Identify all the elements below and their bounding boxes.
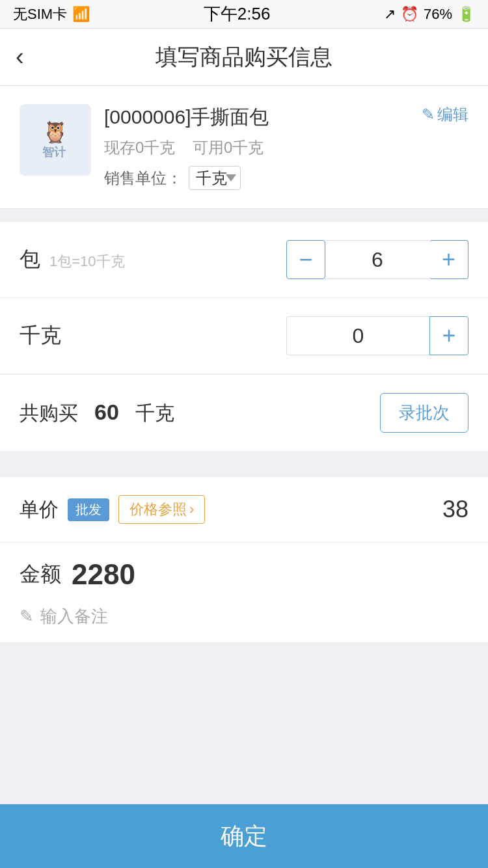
nav-bar: ‹ 填写商品购买信息 <box>0 29 488 86</box>
amount-value: 2280 <box>72 558 135 591</box>
battery-icon: 🔋 <box>457 6 475 23</box>
alarm-icon: ⏰ <box>401 6 418 23</box>
price-value: 38 <box>442 496 468 523</box>
unit-select[interactable]: 千克 包 <box>189 166 241 190</box>
product-info: [0000006]手撕面包 现存0千克 可用0千克 销售单位： 千克 包 <box>104 104 468 190</box>
status-bar: 无SIM卡 📶 下午2:56 ↗ ⏰ 76% 🔋 <box>0 0 488 29</box>
price-ref-label: 价格参照 <box>129 500 187 519</box>
amount-row: 金额 2280 <box>20 558 468 591</box>
edit-button[interactable]: ✎ 编辑 <box>422 104 468 125</box>
confirm-button[interactable]: 确定 <box>0 804 488 868</box>
price-type-tag: 批发 <box>68 498 109 521</box>
kg-quantity-control: + <box>286 316 468 355</box>
kg-label: 千克 <box>20 321 61 350</box>
product-card: 🦉 智计 [0000006]手撕面包 现存0千克 可用0千克 销售单位： 千克 … <box>0 86 488 209</box>
location-icon: ↗ <box>384 6 396 23</box>
product-image: 🦉 智计 <box>20 104 91 176</box>
bag-quantity-control: − + <box>286 240 468 279</box>
page-title: 填写商品购买信息 <box>156 42 332 72</box>
kg-label-group: 千克 <box>20 321 61 350</box>
stock-label: 现存0千克 <box>104 139 175 156</box>
bag-sublabel: 1包=10千克 <box>49 252 125 271</box>
confirm-button-label: 确定 <box>221 821 267 852</box>
total-amount: 60 <box>94 400 119 424</box>
wifi-icon: 📶 <box>72 6 90 23</box>
note-row[interactable]: ✎ 输入备注 <box>20 600 468 633</box>
note-placeholder: 输入备注 <box>40 605 108 628</box>
bag-quantity-input[interactable] <box>325 240 429 279</box>
main-content: 🦉 智计 [0000006]手撕面包 现存0千克 可用0千克 销售单位： 千克 … <box>0 86 488 868</box>
battery-percent: 76% <box>424 6 452 23</box>
separator-2 <box>0 451 488 464</box>
bag-plus-button[interactable]: + <box>429 240 468 279</box>
edit-icon: ✎ <box>422 105 435 124</box>
status-time: 下午2:56 <box>204 3 271 25</box>
price-row: 单价 批发 价格参照 › 38 <box>20 495 468 524</box>
price-ref-button[interactable]: 价格参照 › <box>118 495 205 524</box>
price-ref-arrow: › <box>189 501 194 518</box>
edit-label: 编辑 <box>437 104 468 125</box>
amount-section: 金额 2280 ✎ 输入备注 <box>0 542 488 642</box>
price-label: 单价 <box>20 496 59 523</box>
total-text: 共购买 60 千克 <box>20 400 174 427</box>
total-row: 共购买 60 千克 录批次 <box>0 374 488 451</box>
product-logo: 🦉 智计 <box>42 120 68 160</box>
bag-row: 包 1包=10千克 − + <box>0 222 488 298</box>
status-right: ↗ ⏰ 76% 🔋 <box>384 6 475 23</box>
product-unit-row: 销售单位： 千克 包 <box>104 166 468 190</box>
bag-label: 包 <box>20 245 40 274</box>
unit-label: 销售单位： <box>104 168 182 189</box>
product-stock: 现存0千克 可用0千克 <box>104 137 468 158</box>
kg-row: 千克 + <box>0 298 488 374</box>
bag-label-group: 包 1包=10千克 <box>20 245 125 274</box>
product-logo-text: 智计 <box>42 144 68 160</box>
total-label: 共购买 <box>20 402 78 424</box>
price-label-group: 单价 批发 价格参照 › <box>20 495 205 524</box>
kg-quantity-input[interactable] <box>286 316 429 355</box>
available-label: 可用0千克 <box>193 139 264 156</box>
kg-plus-button[interactable]: + <box>429 316 468 355</box>
form-section: 包 1包=10千克 − + 千克 + 共购买 60 <box>0 222 488 451</box>
product-name: [0000006]手撕面包 <box>104 104 468 131</box>
total-unit: 千克 <box>135 402 174 424</box>
batch-button[interactable]: 录批次 <box>380 393 468 433</box>
sim-label: 无SIM卡 <box>13 5 67 24</box>
status-left: 无SIM卡 📶 <box>13 5 90 24</box>
separator-1 <box>0 209 488 222</box>
back-button[interactable]: ‹ <box>16 43 24 71</box>
note-icon: ✎ <box>20 606 34 627</box>
price-section: 单价 批发 价格参照 › 38 <box>0 477 488 542</box>
amount-label: 金额 <box>20 560 61 589</box>
bag-minus-button[interactable]: − <box>286 240 325 279</box>
